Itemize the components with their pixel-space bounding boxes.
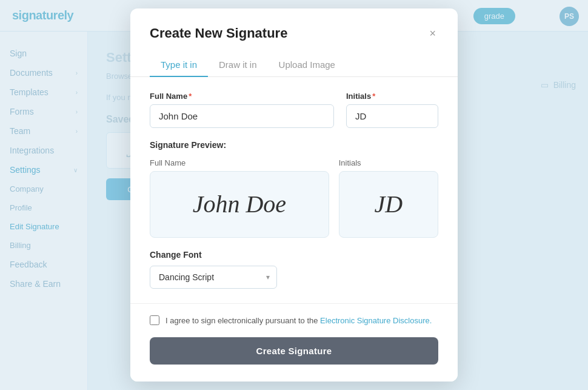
modal-overlay: Create New Signature × Type it in Draw i… <box>0 0 588 390</box>
preview-full-name-col: Full Name John Doe <box>150 158 329 238</box>
preview-full-name-label: Full Name <box>150 158 329 167</box>
signature-preview-row: Full Name John Doe Initials JD <box>150 158 438 238</box>
form-row-name-initials: Full Name* Initials* <box>150 92 438 128</box>
tab-type-it-in[interactable]: Type it in <box>150 53 208 77</box>
full-name-input[interactable] <box>150 104 334 128</box>
agreement-link[interactable]: Electronic Signature Disclosure. <box>320 316 432 325</box>
preview-initials-text: JD <box>375 190 403 218</box>
modal-title: Create New Signature <box>150 25 287 41</box>
modal-tabs: Type it in Draw it in Upload Image <box>130 53 458 77</box>
create-signature-button[interactable]: Create Signature <box>150 337 438 365</box>
agreement-checkbox[interactable] <box>150 315 159 325</box>
initials-label: Initials* <box>346 92 438 101</box>
tab-draw-it-in[interactable]: Draw it in <box>208 53 268 77</box>
modal-header: Create New Signature × <box>130 8 458 41</box>
required-star-name: * <box>189 92 192 101</box>
initials-group: Initials* <box>346 92 438 128</box>
initials-input[interactable] <box>346 104 438 128</box>
preview-initials-box: JD <box>339 171 438 238</box>
preview-full-name-box: John Doe <box>150 171 329 238</box>
modal-close-button[interactable]: × <box>427 25 438 41</box>
required-star-initials: * <box>372 92 375 101</box>
agreement-text: I agree to sign electronically pursuant … <box>165 315 432 327</box>
full-name-group: Full Name* <box>150 92 334 128</box>
create-button-row: Create Signature <box>130 337 458 382</box>
modal-body: Full Name* Initials* Signature Preview: … <box>130 77 458 303</box>
create-signature-modal: Create New Signature × Type it in Draw i… <box>130 8 458 382</box>
preview-initials-col: Initials JD <box>339 158 438 238</box>
full-name-label: Full Name* <box>150 92 334 101</box>
change-font-heading: Change Font <box>150 250 438 260</box>
preview-heading: Signature Preview: <box>150 140 438 150</box>
preview-initials-label: Initials <box>339 158 438 167</box>
font-select[interactable]: Dancing Script Pacifico Sacramento Great… <box>150 266 277 289</box>
font-select-wrapper: Dancing Script Pacifico Sacramento Great… <box>150 266 277 289</box>
tab-upload-image[interactable]: Upload Image <box>268 53 346 77</box>
agreement-row: I agree to sign electronically pursuant … <box>130 303 458 338</box>
preview-full-name-text: John Doe <box>193 190 286 218</box>
